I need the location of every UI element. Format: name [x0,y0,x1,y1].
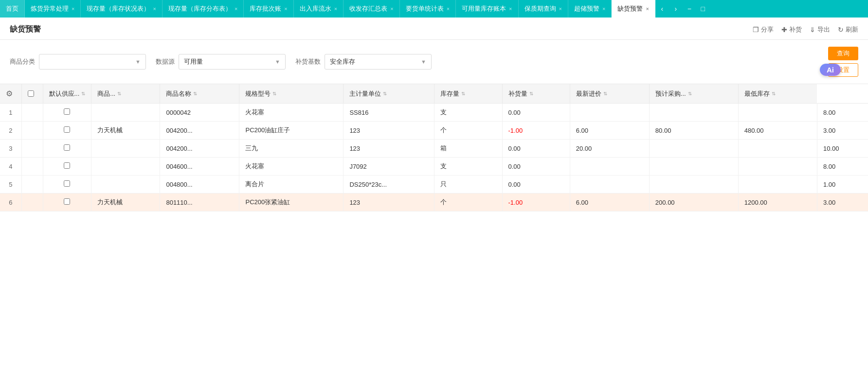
row-checkbox[interactable] [64,144,70,151]
tab-close-xiancunliang2[interactable]: × [235,6,237,12]
row-checkbox[interactable] [64,162,70,169]
tab-bar: 首页 炼货异常处理 × 现存量（库存状况表） × 现存量（库存分布表） × 库存… [0,0,868,18]
row-checkbox[interactable] [64,180,70,187]
row-code: 0000042 [160,104,239,122]
tab-minimize-btn[interactable]: − [683,0,696,18]
main-content: 缺货预警 ❐ 分享 ✚ 补货 ⇓ 导出 ↻ 刷新 商品分类 [0,18,868,387]
tab-close-baozhi[interactable]: × [559,6,562,12]
th-supplier: 默认供应... ⇅ [43,84,91,104]
sort-replenish-icon[interactable]: ⇅ [529,91,533,96]
export-button[interactable]: ⇓ 导出 [810,25,830,34]
sort-code-icon[interactable]: ⇅ [117,91,121,96]
row-code: 004200... [160,140,239,158]
row-code: 801110... [160,194,239,211]
th-stock: 库存量 ⇅ [434,84,502,104]
tab-close-yaohuo[interactable]: × [447,6,450,12]
tab-xiancunliang2[interactable]: 现存量（库存分布表） × [163,0,244,18]
row-checkbox-cell [43,104,91,122]
datasource-filter-group: 数据源 可用量 ▼ [156,54,286,70]
row-code: 004600... [160,158,239,176]
category-dropdown-icon: ▼ [135,59,141,65]
row-latest-price [649,176,738,194]
replenish-icon: ✚ [781,26,787,34]
query-button[interactable]: 查询 [828,47,858,60]
replenish-select[interactable]: 安全库存 ▼ [325,54,432,70]
row-supplier [91,176,160,194]
sort-unit-icon[interactable]: ⇅ [383,91,387,96]
row-checkbox[interactable] [64,126,70,133]
refresh-icon: ↻ [838,26,844,34]
row-unit: 只 [434,176,502,194]
row-checkbox-cell [43,194,91,211]
replenish-button[interactable]: ✚ 补货 [781,25,802,34]
th-name: 商品名称 ⇅ [160,84,239,104]
tab-close-xiancunliang1[interactable]: × [153,6,156,12]
row-spec: J7092 [344,158,434,176]
category-filter-group: 商品分类 ▼ [10,54,146,70]
tab-close-chaochujing[interactable]: × [602,6,605,12]
tab-prev-btn[interactable]: ‹ [655,0,669,18]
row-unit: 个 [434,122,502,140]
share-button[interactable]: ❐ 分享 [753,25,774,34]
tab-xiancunliang1[interactable]: 现存量（库存状况表） × [81,0,162,18]
ai-button[interactable]: Ai [820,64,841,76]
category-select[interactable]: ▼ [39,54,146,70]
tab-maximize-btn[interactable]: □ [696,0,710,18]
tab-quehuo[interactable]: 缺货预警 × [612,0,655,18]
sort-estpurchase-icon[interactable]: ⇅ [688,91,692,96]
row-name: 三九 [239,140,344,158]
row-supplier: 力天机械 [91,122,160,140]
sort-name-icon[interactable]: ⇅ [193,91,197,96]
tab-home[interactable]: 首页 [0,0,25,18]
tab-yaohuo[interactable]: 要货单统计表 × [400,0,456,18]
tab-liushui[interactable]: 出入库流水 × [294,0,344,18]
row-latest-price [649,140,738,158]
row-supplier: 力天机械 [91,194,160,211]
select-all-checkbox[interactable] [28,90,34,97]
sort-minstock-icon[interactable]: ⇅ [772,91,776,96]
row-unit: 个 [434,194,502,211]
row-unit: 支 [434,104,502,122]
sort-supplier-icon[interactable]: ⇅ [81,91,85,96]
row-spec: 123 [344,140,434,158]
row-name: 离合片 [239,176,344,194]
row-name: PC200油缸庄子 [239,122,344,140]
sort-stock-icon[interactable]: ⇅ [461,91,465,96]
tab-lianhuo[interactable]: 炼货异常处理 × [25,0,81,18]
sort-latestprice-icon[interactable]: ⇅ [603,91,607,96]
tab-shoufacun[interactable]: 收发存汇总表 × [344,0,399,18]
tab-close-lianhuo[interactable]: × [72,6,74,12]
sort-spec-icon[interactable]: ⇅ [272,91,276,96]
row-name: 火花塞 [239,104,344,122]
row-checkbox[interactable] [64,198,70,205]
share-icon: ❐ [753,26,759,34]
tab-close-kucun[interactable]: × [284,6,287,12]
tab-close-liushui[interactable]: × [334,6,337,12]
tab-close-keyongliang[interactable]: × [509,6,512,12]
tab-close-shoufacun[interactable]: × [390,6,393,12]
tab-kucun[interactable]: 库存批次账 × [244,0,293,18]
row-name: PC200张紧油缸 [239,194,344,211]
tab-baozhi[interactable]: 保质期查询 × [519,0,568,18]
tab-chaochujing[interactable]: 超储预警 × [568,0,612,18]
row-replenish [570,158,649,176]
column-settings-icon[interactable]: ⚙ [6,89,13,98]
table-row: 1 0000042 火花塞 SS816 支 0.00 8.00 [0,104,868,122]
row-checkbox[interactable] [64,108,70,115]
row-latest-price: 200.00 [649,194,738,211]
tab-close-quehuo[interactable]: × [646,6,649,12]
th-spec: 规格型号 ⇅ [239,84,344,104]
tab-next-btn[interactable]: › [669,0,683,18]
refresh-button[interactable]: ↻ 刷新 [838,25,858,34]
row-latest-price [649,158,738,176]
table-body: 1 0000042 火花塞 SS816 支 0.00 8.00 2 力天机械 0… [0,104,868,211]
row-code: 004200... [160,122,239,140]
row-unit: 箱 [434,140,502,158]
row-number: 5 [0,176,21,194]
table-row: 2 力天机械 004200... PC200油缸庄子 123 个 -1.00 6… [0,122,868,140]
th-min-stock: 最低库存 ⇅ [738,84,817,104]
table-row: 4 004600... 火花塞 J7092 支 0.00 8.00 [0,158,868,176]
tab-keyongliang[interactable]: 可用量库存账本 × [456,0,518,18]
datasource-select[interactable]: 可用量 ▼ [179,54,286,70]
replenish-dropdown-icon: ▼ [421,59,426,65]
